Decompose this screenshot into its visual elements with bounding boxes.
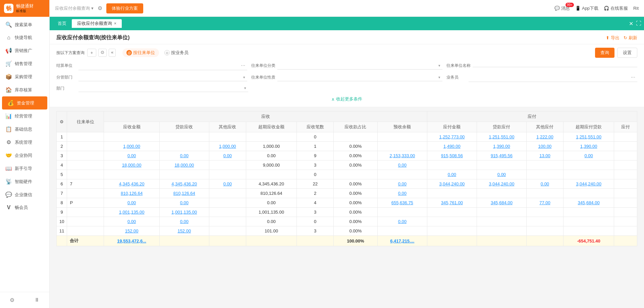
table-gear-icon: ⚙: [60, 119, 64, 124]
breadcrumb: 应收应付余额查询 ▾: [55, 5, 94, 11]
filter-nav-by-unit[interactable]: @ 按往来单位: [122, 48, 159, 57]
system-icon: ⚙: [5, 139, 12, 145]
total-overdue-payable: -654,751.40: [563, 236, 614, 246]
sidebar-item-label: 快捷导航: [15, 35, 32, 41]
filter-nav-by-employee[interactable]: ⊙ 按业务员: [160, 48, 193, 57]
filter-settings-icon[interactable]: ⊙: [98, 49, 107, 57]
sidebar-item-quicknav[interactable]: ⌂ 快捷导航: [0, 31, 49, 44]
add-filter-button[interactable]: ＋: [87, 49, 96, 57]
salesperson-input[interactable]: ···: [469, 73, 637, 82]
unit-name-input[interactable]: [473, 64, 637, 67]
collapse-filter-button[interactable]: ∧ 收起更多条件: [56, 95, 637, 103]
close-window-icon[interactable]: ✕: [629, 20, 633, 27]
unit-nature-select[interactable]: ▾: [277, 74, 442, 81]
sidebar-item-smart-hardware[interactable]: 📡 智能硬件: [0, 175, 49, 188]
sidebar-item-purchase[interactable]: 📦 采购管理: [0, 70, 49, 83]
sidebar-item-inventory[interactable]: 🏠 库存核算: [0, 83, 49, 96]
settlement-unit-dots-icon[interactable]: ···: [241, 62, 245, 69]
main-area: 应收应付余额查询 ▾ ⚙ 体验行业方案 💬 消息 99+ 📱 App下载 🎧 在…: [50, 0, 644, 308]
sidebar-item-guide[interactable]: 📖 新手引导: [0, 162, 49, 175]
manage-dept-select[interactable]: ▾: [78, 74, 247, 81]
sidebar-item-label: 系统管理: [15, 139, 32, 145]
messages-button[interactable]: 💬 消息 99+: [554, 5, 570, 11]
sidebar-item-enterprise-collab[interactable]: 🤝 企业协同: [0, 149, 49, 162]
user-name: Rit: [633, 6, 639, 11]
by-unit-label: 按往来单位: [133, 50, 155, 56]
dept-chevron-icon: ▾: [244, 86, 246, 90]
export-button[interactable]: ⬆ 导出: [606, 35, 620, 41]
sidebar-item-label: 营销推广: [15, 48, 32, 54]
filter-nav: @ 按往来单位 ⊙ 按业务员: [122, 48, 193, 57]
app-download-button[interactable]: 📱 App下载: [575, 5, 598, 11]
member-icon: V: [5, 205, 12, 211]
receivable-count-header: 应收笔数: [297, 122, 334, 132]
cta-button[interactable]: 体验行业方案: [106, 3, 143, 13]
logo-subtitle: 标准版: [16, 9, 34, 13]
filter-field-dept: 部门 ▾: [56, 85, 248, 92]
maximize-icon[interactable]: ⛶: [636, 20, 641, 27]
sidebar-item-member[interactable]: V 畅会员: [0, 201, 49, 214]
manage-dept-chevron-icon: ▾: [243, 75, 245, 80]
breadcrumb-dropdown-icon[interactable]: ▾: [91, 6, 94, 11]
query-button[interactable]: 查询: [595, 48, 614, 58]
total-no: [57, 236, 67, 246]
tab-receivable-query[interactable]: 应收应付余额查询 ×: [72, 19, 122, 28]
unit-category-select[interactable]: ▾: [277, 62, 442, 70]
sidebar-item-operations[interactable]: 📊 经营管理: [0, 109, 49, 123]
refresh-button[interactable]: ↻ 刷新: [624, 35, 637, 41]
filter-collapse-icon[interactable]: «: [109, 49, 116, 57]
unit-col-header: 往来单位: [67, 112, 104, 132]
table-row: 418,000.0018,000.009,000.0030.00%0.00: [57, 161, 637, 170]
total-other-payable: [526, 236, 563, 246]
filter-row-1: 结算单位 ··· 往来单位分类 ▾ 往来单位名称: [56, 61, 637, 70]
total-advance-balance[interactable]: 6,417,215....: [377, 236, 427, 246]
tab-close-icon[interactable]: ×: [114, 21, 116, 26]
filter-field-unit-category: 往来单位分类 ▾: [251, 62, 442, 70]
filter-top-row: 按以下方案查询 ＋ ⊙ « @ 按往来单位 ⊙ 按业务员: [56, 48, 637, 58]
loan-payable-header: 贷款应付: [477, 122, 526, 132]
total-payable-amt: [427, 236, 477, 246]
sidebar-item-search[interactable]: 🔍 搜索菜单: [0, 18, 49, 31]
salesperson-dots-icon[interactable]: ···: [631, 74, 635, 80]
total-receivable-ratio: 100.00%: [334, 236, 378, 246]
topnav-gear-icon[interactable]: ⚙: [98, 5, 102, 11]
sidebar-item-marketing[interactable]: 📢 营销推广: [0, 44, 49, 57]
by-employee-label: 按业务员: [171, 50, 189, 56]
table-settings-header[interactable]: ⚙: [57, 112, 67, 132]
sidebar-item-sales[interactable]: 🛒 销售管理: [0, 57, 49, 70]
filter-area: 按以下方案查询 ＋ ⊙ « @ 按往来单位 ⊙ 按业务员: [50, 44, 644, 107]
search-menu-icon: 🔍: [5, 21, 12, 28]
sidebar-item-label: 企业协同: [15, 152, 32, 159]
dept-select[interactable]: ▾: [78, 85, 248, 92]
total-receivable-amt[interactable]: 19,553,472,6...: [104, 236, 159, 246]
online-service-button[interactable]: 🎧 在线客服: [604, 5, 628, 11]
loan-receivable-header: 贷款应收: [159, 122, 209, 132]
table-row: 21,000.001,000.001,000.0010.00%1,490.001…: [57, 142, 637, 151]
marketing-icon: 📢: [5, 47, 12, 54]
table-area: ⚙ 往来单位 应收 应付 应收金额 贷款应收 其他应收 超期应收金额 应收笔数 …: [50, 107, 644, 308]
dept-label: 部门: [56, 86, 76, 91]
logo-icon: 畅: [4, 4, 13, 13]
funds-icon: 💰: [7, 100, 14, 106]
collab-icon: 🤝: [5, 152, 12, 159]
sidebar-item-funds[interactable]: 💰 资金管理: [2, 96, 47, 109]
filter-field-unit-nature: 往来单位性质 ▾: [251, 74, 442, 81]
sidebar-item-enterprise-wechat[interactable]: 💬 企业微信: [0, 188, 49, 201]
sidebar-item-basic-info[interactable]: 📋 基础信息: [0, 123, 49, 136]
filter-label: 按以下方案查询: [56, 50, 85, 56]
settlement-unit-input[interactable]: ···: [78, 61, 247, 70]
sidebar-item-label: 新手引导: [15, 166, 32, 172]
unit-nature-label: 往来单位性质: [251, 75, 275, 80]
filter-row-2: 分管部门 ▾ 往来单位性质 ▾ 业务员: [56, 73, 637, 82]
collapse-sidebar-icon[interactable]: ⏸: [32, 295, 42, 305]
page-content: 应收应付余额查询(按往来单位) ⬆ 导出 ↻ 刷新 按以下方案查询 ＋ ⊙ «: [50, 30, 644, 308]
payable-group-header: 应付: [427, 112, 637, 122]
tab-home[interactable]: 首页: [52, 19, 72, 28]
user-menu[interactable]: Rit: [633, 6, 639, 11]
settings-bottom-icon[interactable]: ⚙: [8, 295, 16, 305]
inventory-icon: 🏠: [5, 87, 12, 93]
sidebar-item-system[interactable]: ⚙ 系统管理: [0, 136, 49, 149]
settings-button[interactable]: 设置: [617, 48, 637, 58]
table-row: 100.000.000.0000.00%0.00: [57, 217, 637, 226]
sidebar-bottom: ⚙ ⏸: [0, 292, 49, 308]
